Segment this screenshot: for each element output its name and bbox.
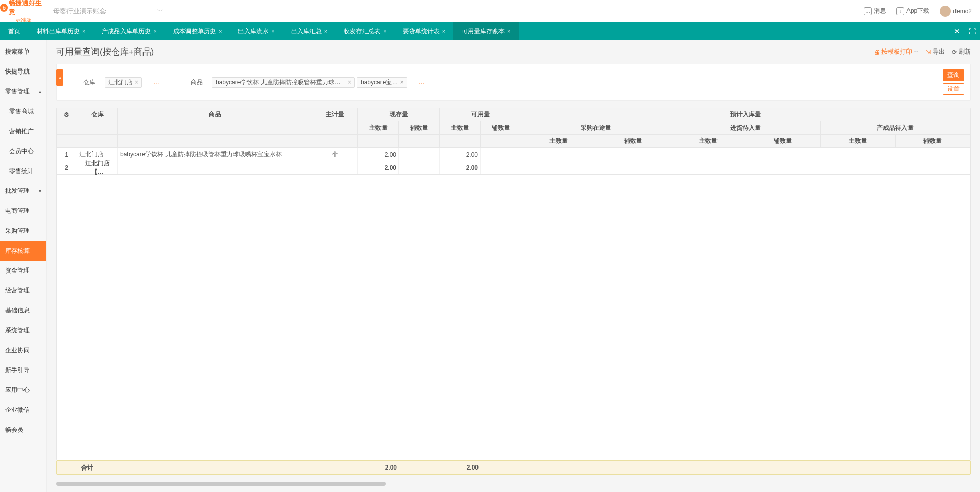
query-button[interactable]: 查询 (943, 69, 964, 81)
sidebar-item-电商管理[interactable]: 电商管理 (0, 201, 46, 221)
sidebar-item-企业协同[interactable]: 企业协同 (0, 340, 46, 360)
tab-label: 成本调整单历史 (173, 27, 216, 36)
close-all-tabs-icon[interactable]: ✕ (949, 27, 965, 35)
table-cell (481, 148, 521, 161)
product-tag[interactable]: babycare宝…× (357, 77, 407, 88)
tab-产成品入库单历史[interactable]: 产成品入库单历史× (93, 22, 164, 40)
tab-成本调整单历史[interactable]: 成本调整单历史× (165, 22, 230, 40)
sidebar-item-label: 新手引导 (5, 366, 30, 375)
sidebar-item-label: 基础信息 (5, 306, 30, 315)
expand-filter-handle[interactable]: » (56, 69, 63, 86)
ledger-select[interactable]: 母婴行业演示账套 ﹀ (53, 7, 164, 16)
tab-label: 出入库流水 (238, 27, 269, 36)
close-icon[interactable]: × (219, 28, 222, 34)
warehouse-more-icon[interactable]: … (153, 79, 160, 86)
sidebar-item-批发管理[interactable]: 批发管理▾ (0, 181, 46, 201)
col-fp-main: 主数量 (821, 135, 896, 147)
sidebar-item-畅会员[interactable]: 畅会员 (0, 420, 46, 440)
sidebar-item-基础信息[interactable]: 基础信息 (0, 301, 46, 321)
close-icon[interactable]: × (324, 28, 327, 34)
product-more-icon[interactable]: … (418, 79, 425, 86)
close-icon[interactable]: × (153, 28, 156, 34)
sidebar-item-资金管理[interactable]: 资金管理 (0, 261, 46, 281)
sidebar-item-搜索菜单[interactable]: 搜索菜单 (0, 42, 46, 62)
sidebar: 搜索菜单快捷导航零售管理▴零售商城营销推广会员中心零售统计批发管理▾电商管理采购… (0, 40, 47, 492)
col-stock-main: 主数量 (358, 121, 399, 134)
sidebar-item-采购管理[interactable]: 采购管理 (0, 221, 46, 241)
page-head: 可用量查询(按仓库+商品) 🖨 按模板打印 ﹀ ⇲ 导出 ⟳ 刷新 (47, 40, 980, 64)
close-icon[interactable]: × (507, 28, 510, 34)
sidebar-item-label: 零售管理 (5, 87, 30, 96)
tab-出入库流水[interactable]: 出入库流水× (230, 22, 282, 40)
table-body: 1江北门店babycare学饮杯 儿童防摔防撞吸管杯重力球吸嘴杯宝宝水杯个2.0… (57, 148, 970, 460)
tag-label: 江北门店 (108, 78, 133, 87)
fullscreen-icon[interactable]: ⛶ (965, 27, 980, 35)
user-menu[interactable]: demo2 (940, 6, 972, 17)
remove-tag-icon[interactable]: × (348, 79, 351, 86)
app-download-link[interactable]: ↓ App下载 (896, 7, 929, 15)
tab-首页[interactable]: 首页 (0, 22, 29, 40)
tab-材料出库单历史[interactable]: 材料出库单历史× (29, 22, 93, 40)
horizontal-scrollbar[interactable] (56, 482, 971, 487)
table-row[interactable]: 2江北门店【…2.002.00 (57, 161, 970, 175)
table-cell: 个 (312, 148, 358, 161)
export-label: 导出 (933, 47, 945, 56)
sidebar-item-企业微信[interactable]: 企业微信 (0, 400, 46, 420)
table-cell (399, 148, 440, 161)
chevron-down-icon: ﹀ (157, 7, 164, 16)
sidebar-item-零售统计[interactable]: 零售统计 (0, 161, 46, 181)
gear-column[interactable]: ⚙ (57, 108, 77, 121)
table-cell: 江北门店【… (77, 161, 118, 174)
remove-tag-icon[interactable]: × (135, 79, 138, 86)
top-header: b 畅捷通好生意 标准版 母婴行业演示账套 ﹀ … 消息 ↓ App下载 dem… (0, 0, 980, 22)
refresh-button[interactable]: ⟳ 刷新 (952, 47, 971, 56)
sidebar-item-零售管理[interactable]: 零售管理▴ (0, 82, 46, 102)
tab-可用量库存账本[interactable]: 可用量库存账本× (453, 22, 518, 40)
tab-要货单统计表[interactable]: 要货单统计表× (395, 22, 453, 40)
message-icon: … (864, 7, 872, 15)
tag-label: babycare宝… (361, 78, 398, 87)
close-icon[interactable]: × (271, 28, 274, 34)
col-expected-group: 预计入库量 (521, 108, 970, 121)
tab-label: 材料出库单历史 (37, 27, 80, 36)
product-label: 商品 (185, 78, 203, 87)
table-cell (312, 161, 358, 174)
sidebar-item-快捷导航[interactable]: 快捷导航 (0, 62, 46, 82)
table-cell: 2.00 (440, 148, 481, 161)
sidebar-item-库存核算[interactable]: 库存核算 (0, 241, 46, 261)
remove-tag-icon[interactable]: × (400, 79, 403, 86)
messages-link[interactable]: … 消息 (864, 7, 886, 15)
table-cell: babycare学饮杯 儿童防摔防撞吸管杯重力球吸嘴杯宝宝水杯 (118, 148, 312, 161)
tab-出入库汇总[interactable]: 出入库汇总× (283, 22, 336, 40)
export-button[interactable]: ⇲ 导出 (926, 47, 945, 56)
col-avail-aux: 辅数量 (481, 121, 521, 134)
sidebar-item-经营管理[interactable]: 经营管理 (0, 281, 46, 301)
sidebar-item-系统管理[interactable]: 系统管理 (0, 321, 46, 340)
sidebar-item-label: 经营管理 (5, 286, 30, 295)
print-template-button[interactable]: 🖨 按模板打印 ﹀ (874, 47, 919, 56)
sidebar-item-label: 搜索菜单 (5, 47, 30, 56)
settings-button[interactable]: 设置 (943, 83, 964, 95)
col-product: 商品 (118, 108, 312, 121)
sidebar-item-营销推广[interactable]: 营销推广 (0, 121, 46, 141)
data-table: ⚙ 仓库 商品 主计量 现存量 可用量 预计入库量 主数量 (56, 108, 971, 460)
product-tag[interactable]: babycare学饮杯 儿童防摔防撞吸管杯重力球吸嘴杯宝宝水杯× (212, 77, 355, 88)
messages-label: 消息 (874, 7, 886, 15)
tab-收发存汇总表[interactable]: 收发存汇总表× (336, 22, 394, 40)
close-icon[interactable]: × (383, 28, 386, 34)
table-cell: 2 (57, 161, 77, 174)
col-stock-aux: 辅数量 (399, 121, 440, 134)
col-stock-group: 现存量 (358, 108, 440, 121)
close-icon[interactable]: × (82, 28, 85, 34)
table-row[interactable]: 1江北门店babycare学饮杯 儿童防摔防撞吸管杯重力球吸嘴杯宝宝水杯个2.0… (57, 148, 970, 161)
close-icon[interactable]: × (442, 28, 445, 34)
tab-label: 要货单统计表 (403, 27, 440, 36)
sidebar-item-零售商城[interactable]: 零售商城 (0, 102, 46, 121)
sidebar-item-新手引导[interactable]: 新手引导 (0, 360, 46, 380)
warehouse-tag[interactable]: 江北门店× (105, 77, 142, 88)
total-label: 合计 (77, 461, 118, 474)
col-purchase-transit: 采购在途量 (521, 121, 671, 134)
sidebar-item-会员中心[interactable]: 会员中心 (0, 141, 46, 161)
export-icon: ⇲ (926, 48, 931, 56)
sidebar-item-应用中心[interactable]: 应用中心 (0, 380, 46, 400)
